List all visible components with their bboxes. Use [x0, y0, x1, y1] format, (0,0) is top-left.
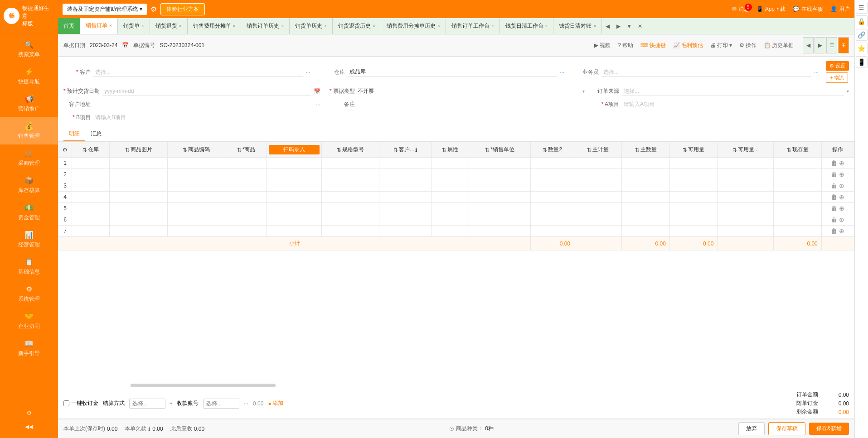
sidebar-collapse-btn[interactable]: ◀◀ [0, 420, 58, 433]
tab-next-btn[interactable]: ▶ [613, 18, 624, 34]
delete-row-btn[interactable]: 🗑 [831, 205, 837, 212]
delete-row-btn[interactable]: 🗑 [831, 182, 837, 189]
tab-daily-reconcile[interactable]: 钱货日清对账 × [553, 18, 602, 34]
salesperson-input[interactable] [601, 67, 811, 77]
copy-row-btn[interactable]: ⊕ [839, 216, 844, 223]
sort-icon[interactable]: ⇅ [393, 147, 398, 153]
copy-row-btn[interactable]: ⊕ [839, 227, 844, 235]
salesperson-more-btn[interactable]: ··· [814, 69, 819, 75]
tab-close-icon[interactable]: × [109, 23, 112, 28]
tab-summary[interactable]: 汇总 [85, 127, 107, 141]
sidebar-item-search[interactable]: 🔍 搜索菜单 [0, 36, 58, 63]
ops-btn[interactable]: ⚙ 操作 [737, 41, 758, 50]
copy-row-btn[interactable]: ⊕ [839, 193, 844, 201]
delete-row-btn[interactable]: 🗑 [831, 159, 837, 167]
sidebar-item-marketing[interactable]: 📢 营销推广 [0, 90, 58, 117]
user-avatar[interactable]: 👤 用户 [830, 5, 850, 13]
copy-row-btn[interactable]: ⊕ [839, 182, 844, 189]
tab-sales-order[interactable]: 销售订单 × [80, 18, 118, 34]
tab-close-icon[interactable]: × [593, 24, 596, 29]
sidebar-item-quick[interactable]: ⚡ 快捷导航 [0, 63, 58, 90]
history-btn[interactable]: 📋 历史单据 [762, 41, 795, 50]
tab-close-icon[interactable]: × [545, 24, 548, 29]
right-panel-btn-2[interactable]: 🔒 [856, 15, 868, 27]
delete-row-btn[interactable]: 🗑 [831, 193, 837, 201]
tab-home[interactable]: 首页 [58, 18, 80, 34]
copy-row-btn[interactable]: ⊕ [839, 205, 844, 212]
tab-return-history[interactable]: 销货退货历史 × [333, 18, 381, 34]
copy-row-btn[interactable]: ⊕ [839, 159, 844, 167]
tab-close-icon[interactable]: × [281, 24, 284, 29]
sort-icon[interactable]: ⇅ [683, 147, 687, 153]
industry-btn[interactable]: 体验行业方案 [160, 3, 205, 15]
tab-expense-history[interactable]: 销售费用分摊单历史 × [381, 18, 446, 34]
tab-sales-order-history[interactable]: 销售订单历史 × [241, 18, 290, 34]
right-panel-btn-5[interactable]: 📱 [856, 56, 868, 68]
tab-close-icon[interactable]: × [179, 24, 182, 29]
sort-icon[interactable]: ⇅ [337, 147, 341, 153]
order-source-dropdown-icon[interactable]: ▾ [847, 89, 849, 94]
delete-row-btn[interactable]: 🗑 [831, 216, 837, 223]
tab-close-all-btn[interactable]: ✕ [635, 18, 645, 34]
prev-record-btn[interactable]: ◀ [803, 37, 814, 53]
right-panel-btn-3[interactable]: 🔗 [856, 29, 868, 41]
sidebar-item-guide[interactable]: 📖 新手引导 [0, 335, 58, 362]
sidebar-item-stock[interactable]: 📦 库存核算 [0, 172, 58, 199]
sort-icon[interactable]: ⇅ [543, 147, 547, 153]
th-settings[interactable]: ⚙ [58, 142, 72, 158]
sort-icon[interactable]: ⇅ [82, 147, 87, 153]
remark-input[interactable] [358, 100, 585, 109]
b-project-input[interactable] [93, 113, 849, 122]
warehouse-input[interactable] [348, 67, 558, 77]
abandon-btn[interactable]: 放弃 [738, 422, 765, 435]
delivery-calendar-icon[interactable]: 📅 [314, 88, 320, 95]
table-container[interactable]: ⚙ ⇅ 仓库 ⇅ 商品图片 ⇅ 商品编码 ⇅ *商品 [58, 142, 854, 383]
add-item-btn[interactable]: + 物流 [826, 72, 848, 83]
tab-detail[interactable]: 明细 [63, 127, 85, 141]
app-download-btn[interactable]: 📱 App下载 [756, 5, 786, 13]
address-more-btn[interactable]: ··· [316, 101, 320, 108]
sidebar-settings-btn[interactable]: ⚙ [0, 406, 58, 420]
customer-address-input[interactable] [93, 100, 313, 109]
a-project-input[interactable] [622, 100, 849, 109]
sort-icon[interactable]: ⇅ [587, 147, 592, 153]
delivery-date-input[interactable] [102, 87, 311, 96]
sidebar-item-management[interactable]: 📊 经营管理 [0, 226, 58, 253]
sidebar-item-purchase[interactable]: 🛒 采购管理 [0, 144, 58, 172]
tab-sales-expense[interactable]: 销售费用分摊单 × [188, 18, 242, 34]
sort-icon[interactable]: ⇅ [635, 147, 640, 153]
video-btn[interactable]: ▶ 视频 [592, 41, 612, 50]
list-view-btn[interactable]: ☰ [826, 37, 837, 53]
print-btn[interactable]: 🖨 打印 ▾ [708, 41, 734, 50]
sidebar-item-finance[interactable]: 💵 资金管理 [0, 199, 58, 226]
delete-row-btn[interactable]: 🗑 [831, 171, 837, 178]
sidebar-item-enterprise[interactable]: 🤝 企业协同 [0, 308, 58, 335]
account-more-btn[interactable]: ··· [244, 400, 248, 407]
grid-view-btn[interactable]: ⊞ [838, 37, 849, 53]
sort-icon[interactable]: ⇅ [237, 147, 242, 153]
tab-daily-workbench[interactable]: 钱货日清工作台 × [500, 18, 554, 34]
save-draft-btn[interactable]: 保存草稿 [768, 422, 805, 435]
warehouse-more-btn[interactable]: ··· [560, 69, 564, 75]
tab-close-icon[interactable]: × [373, 24, 375, 29]
settings-btn[interactable]: ⚙ 设置 [826, 61, 849, 71]
profit-btn[interactable]: 📈 毛利预估 [671, 41, 705, 50]
next-record-btn[interactable]: ▶ [815, 37, 825, 53]
tab-prev-btn[interactable]: ◀ [602, 18, 613, 34]
online-support-btn[interactable]: 💬 在线客服 [793, 5, 823, 13]
tab-menu-btn[interactable]: ▼ [624, 18, 635, 34]
payment-dropdown-icon[interactable]: ▾ [170, 401, 172, 406]
sort-icon[interactable]: ⇅ [442, 147, 446, 153]
message-btn[interactable]: ✉ 消息 9 [732, 5, 749, 13]
tab-close-icon[interactable]: × [141, 24, 144, 29]
system-title[interactable]: 装备及固定资产辅助管理系统 ▾ [63, 4, 147, 15]
sort-icon[interactable]: ⇅ [787, 147, 791, 153]
calendar-icon[interactable]: 📅 [122, 42, 129, 48]
scrollbar[interactable] [131, 384, 276, 387]
tab-sales-return[interactable]: 销货退货 × [150, 18, 188, 34]
tab-close-icon[interactable]: × [437, 24, 440, 29]
shortcut-btn[interactable]: ⌨ 快捷键 [639, 41, 668, 50]
tab-close-icon[interactable]: × [233, 24, 236, 29]
right-panel-btn-1[interactable]: ☰ [856, 2, 868, 14]
gear-settings-btn[interactable]: ⚙ [150, 5, 157, 14]
